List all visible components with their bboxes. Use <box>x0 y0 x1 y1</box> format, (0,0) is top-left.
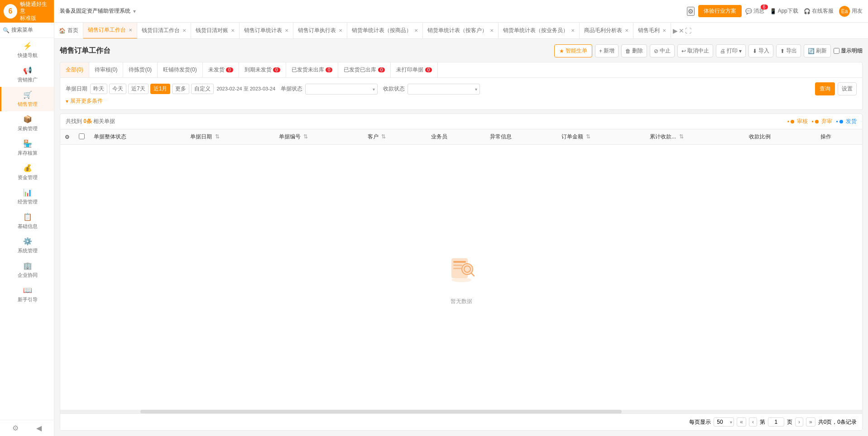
refresh-btn[interactable]: 🔄 刷新 <box>804 44 831 57</box>
staff-col-label: 业务员 <box>431 133 447 140</box>
tab-close-sales-summary-customer[interactable]: ✕ <box>490 28 494 33</box>
ship-btn[interactable]: 发货 <box>836 118 857 125</box>
online-service-btn[interactable]: 🎧 在线客服 <box>804 7 834 15</box>
sidebar-item-marketing[interactable]: 📢 营销推广 <box>0 62 54 87</box>
subtab-expired-not-shipped[interactable]: 到期未发货 0 <box>239 62 286 77</box>
tab-cash-reconcile[interactable]: 钱货日清对账 ✕ <box>191 23 240 39</box>
date-btn-custom[interactable]: 自定义 <box>191 84 214 94</box>
query-btn[interactable]: 查询 <box>815 82 835 95</box>
th-collected[interactable]: 累计收款... ⇅ <box>645 129 744 145</box>
tab-close-cash-reconcile[interactable]: ✕ <box>231 28 235 33</box>
svg-point-0 <box>451 278 471 282</box>
payment-select[interactable] <box>408 84 480 95</box>
tab-sales-summary-product[interactable]: 销货单统计表（按商品） ✕ <box>347 23 423 39</box>
subtab-all[interactable]: 全部(0) <box>60 62 89 77</box>
subtab-shipped-out[interactable]: 已发货已出库 0 <box>338 62 391 77</box>
smart-create-btn[interactable]: ★ 智能生单 <box>554 44 592 57</box>
sidebar-item-system[interactable]: ⚙️ 系统管理 <box>0 233 54 258</box>
tab-home[interactable]: 🏠 首页 <box>54 23 83 39</box>
th-staff[interactable]: 业务员 <box>427 129 485 145</box>
tab-cash-clear[interactable]: 钱货日清工作台 ✕ <box>137 23 191 39</box>
message-icon-btn[interactable]: 💬 消息 6 <box>745 7 764 15</box>
tab-gross-margin[interactable]: 商品毛利分析表 ✕ <box>580 23 633 39</box>
th-amount[interactable]: 订单金额 ⇅ <box>557 129 646 145</box>
tab-close-sales-summary-staff[interactable]: ✕ <box>571 28 575 33</box>
topbar-settings-icon[interactable]: ⚙ <box>687 7 695 16</box>
last-page-btn[interactable]: » <box>806 417 815 427</box>
tab-maximize-btn[interactable]: ⛶ <box>685 27 691 34</box>
tab-sales-workbench[interactable]: 销售订单工作台 ✕ <box>83 23 137 39</box>
date-btn-7days[interactable]: 近7天 <box>128 84 149 94</box>
page-input[interactable] <box>768 417 784 427</box>
date-btn-more[interactable]: 更多 <box>172 84 189 94</box>
cancel-review-btn[interactable]: 弃审 <box>811 118 832 125</box>
show-detail-checkbox[interactable] <box>834 48 839 54</box>
page-size-select[interactable]: 20 50 100 200 <box>714 417 734 427</box>
tab-close-sales-summary-product[interactable]: ✕ <box>414 28 418 33</box>
subtab-pending-inspect[interactable]: 待拣货(0) <box>123 62 158 77</box>
subtab-shipped-not-out[interactable]: 已发货未出库 0 <box>286 62 339 77</box>
sidebar-item-enterprise[interactable]: 🏢 企业协同 <box>0 258 54 282</box>
filter-row-1: 单据日期 昨天 今天 近7天 近1月 更多 自定义 2023-02-24 至 2… <box>66 82 857 95</box>
th-customer[interactable]: 客户 ⇅ <box>363 129 427 145</box>
sidebar-item-basic-info[interactable]: 📋 基础信息 <box>0 209 54 233</box>
first-page-btn[interactable]: « <box>737 417 746 427</box>
sidebar-item-sales[interactable]: 🛒 销售管理 <box>0 87 54 111</box>
tab-sales-summary-staff-label: 销货单统计表（按业务员） <box>503 27 568 34</box>
collected-col-label: 累计收款... <box>650 133 676 140</box>
subtab-not-printed[interactable]: 未打印单据 0 <box>391 62 438 77</box>
scroll-thumb[interactable] <box>140 410 622 413</box>
review-btn[interactable]: 审核 <box>787 118 808 125</box>
date-btn-1month[interactable]: 近1月 <box>150 84 171 94</box>
search-menu[interactable]: 🔍 搜索菜单 <box>0 23 54 38</box>
date-btn-today[interactable]: 今天 <box>109 84 126 94</box>
tab-sales-summary-staff[interactable]: 销货单统计表（按业务员） ✕ <box>499 23 580 39</box>
th-number[interactable]: 单据编号 ⇅ <box>274 129 363 145</box>
industry-plan-btn[interactable]: 体验行业方案 <box>698 5 742 17</box>
tab-nav-buttons: ▶ ✕ ⛶ <box>671 27 693 34</box>
sidebar-item-purchase[interactable]: 📦 采购管理 <box>0 111 54 136</box>
sidebar-collapse-btn[interactable]: ◀ <box>36 424 42 432</box>
expand-conditions-btn[interactable]: ▾ 展开更多条件 <box>66 97 857 105</box>
export-btn[interactable]: ⬆ 导出 <box>776 44 801 57</box>
tab-sales-gross[interactable]: 销售毛利 ✕ <box>633 23 671 39</box>
tab-sales-exec[interactable]: 销售订单执行表 ✕ <box>293 23 347 39</box>
user-menu[interactable]: Ea 用友 <box>839 6 863 17</box>
tab-close-sales-stats[interactable]: ✕ <box>285 28 288 33</box>
sidebar-item-finance[interactable]: 💰 资金管理 <box>0 160 54 185</box>
subtab-wangpu[interactable]: 旺铺待发货(0) <box>158 62 203 77</box>
subtab-not-shipped[interactable]: 未发货 0 <box>203 62 239 77</box>
delete-label: 删除 <box>632 47 643 55</box>
tab-scroll-right-btn[interactable]: ▶ <box>673 27 678 34</box>
delete-btn[interactable]: 🗑 删除 <box>621 44 647 57</box>
setting-filter-btn[interactable]: 设置 <box>838 82 857 95</box>
th-date[interactable]: 单据日期 ⇅ <box>186 129 274 145</box>
tab-close-sales-gross[interactable]: ✕ <box>662 28 666 33</box>
sidebar-item-quick-nav[interactable]: ⚡ 快捷导航 <box>0 38 54 62</box>
sidebar-item-inventory[interactable]: 🏪 库存核算 <box>0 136 54 160</box>
prev-page-btn[interactable]: ‹ <box>749 417 757 427</box>
subtab-pending-review[interactable]: 待审核(0) <box>89 62 124 77</box>
date-btn-yesterday[interactable]: 昨天 <box>90 84 107 94</box>
import-btn[interactable]: ⬇ 导入 <box>748 44 773 57</box>
add-btn[interactable]: + 新增 <box>595 44 619 57</box>
tab-sales-summary-customer[interactable]: 销货单统计表（按客户） ✕ <box>423 23 499 39</box>
horizontal-scrollbar[interactable] <box>60 410 862 413</box>
select-all-checkbox[interactable] <box>79 133 85 139</box>
app-download-btn[interactable]: 📱 App下载 <box>770 7 798 15</box>
status-select[interactable] <box>305 84 378 95</box>
stop-btn[interactable]: ⊘ 中止 <box>650 44 675 57</box>
tab-close-cash-clear[interactable]: ✕ <box>182 28 186 33</box>
tab-close-all-btn[interactable]: ✕ <box>679 27 684 34</box>
column-settings-icon[interactable]: ⚙ <box>65 134 70 140</box>
print-btn[interactable]: 🖨 打印 ▾ <box>716 44 746 57</box>
tab-close-gross-margin[interactable]: ✕ <box>625 28 628 33</box>
tab-sales-stats[interactable]: 销售订单统计表 ✕ <box>240 23 293 39</box>
sidebar-item-guide[interactable]: 📖 新手引导 <box>0 282 54 307</box>
sidebar-item-operations[interactable]: 📊 经营管理 <box>0 185 54 209</box>
tab-close-sales-workbench[interactable]: ✕ <box>129 28 132 33</box>
sidebar-settings-btn[interactable]: ⚙ <box>12 424 19 432</box>
cancel-stop-btn[interactable]: ↩ 取消中止 <box>677 44 713 57</box>
next-page-btn[interactable]: › <box>795 417 803 427</box>
tab-close-sales-exec[interactable]: ✕ <box>339 28 342 33</box>
